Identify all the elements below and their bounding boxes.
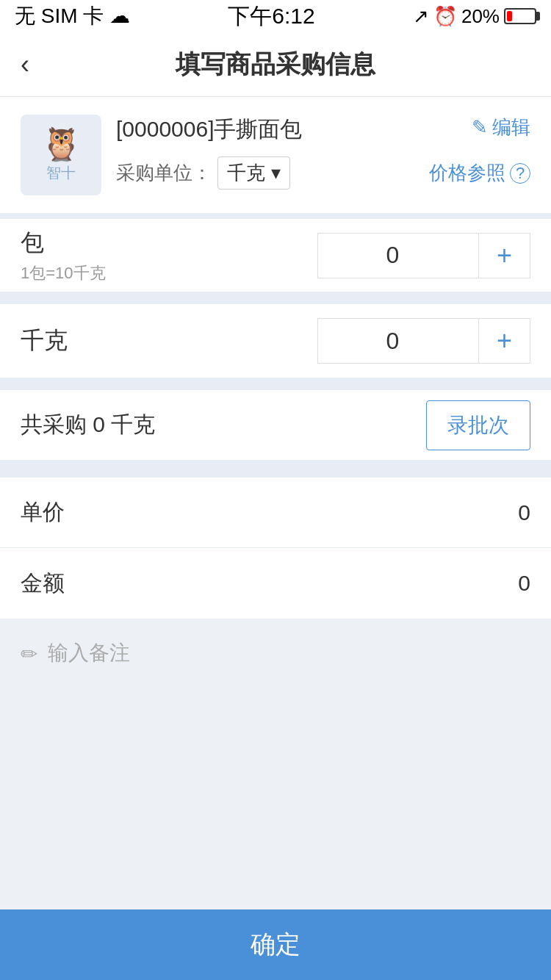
unit-dropdown-icon: ▾ bbox=[271, 162, 281, 184]
confirm-button[interactable]: 确定 bbox=[0, 909, 551, 980]
bao-input-right: + bbox=[317, 233, 530, 278]
alarm-icon: ⏰ bbox=[433, 5, 457, 28]
status-bar: 无 SIM 卡 ☁ 下午6:12 ↗ ⏰ 20% bbox=[0, 0, 551, 32]
confirm-button-label: 确定 bbox=[251, 928, 300, 962]
bao-input-row: 包 1包=10千克 + bbox=[0, 219, 551, 292]
product-name: [0000006]手撕面包 bbox=[116, 115, 302, 145]
nav-bar: ‹ 填写商品采购信息 bbox=[0, 32, 551, 97]
kg-input-right: + bbox=[317, 318, 530, 364]
edit-icon: ✎ bbox=[472, 116, 488, 139]
amount-row: 金额 0 bbox=[0, 548, 551, 619]
kg-input-section: 千克 + bbox=[0, 304, 551, 378]
kg-plus-button[interactable]: + bbox=[479, 318, 530, 364]
status-left: 无 SIM 卡 ☁ bbox=[15, 2, 130, 30]
remark-edit-icon: ✏ bbox=[21, 642, 37, 666]
battery-percent: 20% bbox=[461, 5, 500, 28]
location-icon: ↗ bbox=[413, 5, 429, 28]
separator-2 bbox=[0, 378, 551, 389]
kg-input-row: 千克 + bbox=[0, 304, 551, 378]
price-ref-label: 价格参照 bbox=[429, 160, 505, 186]
unit-value: 千克 bbox=[227, 160, 265, 186]
product-logo-text: 智十 bbox=[46, 163, 76, 183]
kg-label: 千克 bbox=[21, 325, 109, 357]
pricing-section: 单价 0 金额 0 bbox=[0, 472, 551, 619]
batch-button[interactable]: 录批次 bbox=[426, 400, 530, 450]
sim-wifi-indicator: 无 SIM 卡 ☁ bbox=[15, 2, 130, 30]
kg-label-group: 千克 bbox=[21, 325, 109, 357]
bao-label-group: 包 1包=10千克 bbox=[21, 227, 109, 284]
product-unit-row: 采购单位： 千克 ▾ 价格参照 ? bbox=[116, 156, 530, 190]
product-logo-icon: 🦉 bbox=[41, 128, 82, 160]
product-info: [0000006]手撕面包 ✎ 编辑 采购单位： 千克 ▾ 价格参照 ? bbox=[116, 115, 530, 190]
page-title: 填写商品采购信息 bbox=[176, 48, 375, 82]
price-ref-link[interactable]: 价格参照 ? bbox=[429, 160, 530, 186]
unit-price-label: 单价 bbox=[21, 497, 65, 527]
bao-input[interactable] bbox=[317, 233, 479, 278]
total-row: 共采购 0 千克 录批次 bbox=[0, 389, 551, 460]
status-right: ↗ ⏰ 20% bbox=[413, 5, 536, 28]
back-button[interactable]: ‹ bbox=[21, 49, 29, 80]
battery-icon bbox=[504, 8, 536, 24]
bao-label: 包 bbox=[21, 227, 109, 259]
remark-section[interactable]: ✏ 输入备注 bbox=[0, 619, 551, 707]
price-ref-help-icon[interactable]: ? bbox=[510, 163, 530, 184]
unit-price-row: 单价 0 bbox=[0, 478, 551, 548]
unit-price-value: 0 bbox=[518, 500, 530, 525]
product-thumbnail: 🦉 智十 bbox=[21, 115, 101, 195]
bao-input-section: 包 1包=10千克 + bbox=[0, 219, 551, 292]
bao-sub-label: 1包=10千克 bbox=[21, 262, 109, 284]
unit-select[interactable]: 千克 ▾ bbox=[217, 156, 290, 190]
remark-placeholder: 输入备注 bbox=[48, 639, 130, 667]
amount-label: 金额 bbox=[21, 569, 65, 599]
bao-plus-button[interactable]: + bbox=[479, 233, 530, 278]
separator-1 bbox=[0, 292, 551, 304]
total-text: 共采购 0 千克 bbox=[21, 410, 155, 440]
amount-value: 0 bbox=[518, 571, 530, 596]
unit-label: 采购单位： bbox=[116, 160, 212, 186]
edit-link[interactable]: ✎ 编辑 bbox=[472, 115, 530, 140]
separator-3 bbox=[0, 460, 551, 472]
product-header: [0000006]手撕面包 ✎ 编辑 bbox=[116, 115, 530, 145]
kg-input[interactable] bbox=[317, 318, 479, 364]
product-card: 🦉 智十 [0000006]手撕面包 ✎ 编辑 采购单位： 千克 ▾ 价格参照 … bbox=[0, 97, 551, 219]
status-time: 下午6:12 bbox=[228, 1, 314, 32]
